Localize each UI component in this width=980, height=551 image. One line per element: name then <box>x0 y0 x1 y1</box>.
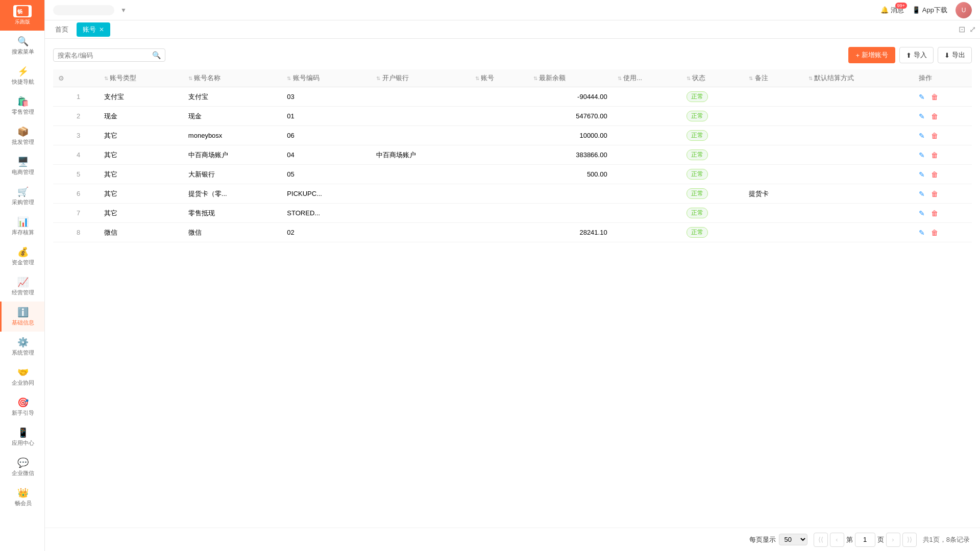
sidebar-item-零售管理[interactable]: 🛍️零售管理 <box>0 91 44 121</box>
row-balance: 500.00 <box>528 165 612 184</box>
last-page-button[interactable]: ⟩⟩ <box>902 533 917 547</box>
table-row: 8 微信 微信 02 28241.10 正常 ✎ 🗑 <box>53 223 972 242</box>
edit-button[interactable]: ✎ <box>919 93 925 101</box>
row-remark <box>744 204 803 223</box>
row-code: 04 <box>282 145 371 165</box>
header-search-input[interactable] <box>58 7 99 14</box>
tab-fullscreen-button[interactable]: ⤢ <box>969 24 976 34</box>
tab-home[interactable]: 首页 <box>49 22 75 37</box>
export-button[interactable]: ⬇ 导出 <box>938 47 972 63</box>
delete-button[interactable]: 🗑 <box>931 132 938 140</box>
delete-button[interactable]: 🗑 <box>931 151 938 159</box>
delete-button[interactable]: 🗑 <box>931 112 938 120</box>
sidebar-item-采购管理[interactable]: 🛒采购管理 <box>0 181 44 211</box>
delete-button[interactable]: 🗑 <box>931 190 938 198</box>
sidebar-icon: 🛒 <box>17 186 29 197</box>
sidebar-item-搜索菜单[interactable]: 🔍搜索菜单 <box>0 31 44 61</box>
col-bank-header: ⇅ 开户银行 <box>371 69 470 87</box>
add-account-button[interactable]: + 新增账号 <box>848 47 895 63</box>
delete-button[interactable]: 🗑 <box>931 229 938 237</box>
sort-balance-icon[interactable]: ⇅ <box>533 76 537 81</box>
page-number-input[interactable] <box>855 533 875 547</box>
tab-account-close[interactable]: ✕ <box>99 26 104 33</box>
status-badge: 正常 <box>687 188 708 199</box>
sidebar-item-电商管理[interactable]: 🖥️电商管理 <box>0 151 44 181</box>
sidebar-icon: 🤝 <box>17 367 29 378</box>
sidebar-item-新手引导[interactable]: 🎯新手引导 <box>0 392 44 422</box>
edit-button[interactable]: ✎ <box>919 209 925 217</box>
dropdown-arrow[interactable]: ▼ <box>120 7 127 14</box>
search-input[interactable] <box>58 52 152 59</box>
import-button[interactable]: ⬆ 导入 <box>899 47 934 63</box>
sort-type-icon[interactable]: ⇅ <box>104 76 108 81</box>
row-usage <box>612 165 681 184</box>
logo-icon: 畅 <box>13 5 32 17</box>
sidebar-item-label: 批发管理 <box>12 138 34 146</box>
sidebar-nav: 🔍搜索菜单⚡快捷导航🛍️零售管理📦批发管理🖥️电商管理🛒采购管理📊库存核算💰资金… <box>0 31 44 551</box>
row-action: ✎ 🗑 <box>914 126 972 145</box>
sort-code-icon[interactable]: ⇅ <box>287 76 291 81</box>
sort-name-icon[interactable]: ⇅ <box>188 76 192 81</box>
search-box[interactable]: 🔍 <box>53 48 165 62</box>
delete-button[interactable]: 🗑 <box>931 209 938 217</box>
edit-button[interactable]: ✎ <box>919 132 925 140</box>
sidebar-item-畅会员[interactable]: 👑畅会员 <box>0 482 44 512</box>
delete-button[interactable]: 🗑 <box>931 93 938 101</box>
sidebar-item-企业协同[interactable]: 🤝企业协同 <box>0 362 44 392</box>
row-index: 3 <box>71 126 99 145</box>
prev-page-button[interactable]: ‹ <box>830 533 844 547</box>
sidebar-item-企业微信[interactable]: 💬企业微信 <box>0 452 44 482</box>
row-select <box>53 107 71 126</box>
sidebar-icon: 📊 <box>17 216 29 228</box>
sidebar-item-基础信息[interactable]: ℹ️基础信息 <box>0 302 44 332</box>
sidebar-item-库存核算[interactable]: 📊库存核算 <box>0 211 44 241</box>
search-icon[interactable]: 🔍 <box>152 51 161 59</box>
page-size-select[interactable]: 50 100 200 <box>779 534 807 545</box>
edit-button[interactable]: ✎ <box>919 170 925 179</box>
edit-button[interactable]: ✎ <box>919 229 925 237</box>
row-bank <box>371 223 470 242</box>
user-avatar[interactable]: U <box>955 2 972 18</box>
row-default-settlement <box>803 107 914 126</box>
sidebar-item-label: 搜索菜单 <box>12 48 34 56</box>
sidebar-item-快捷导航[interactable]: ⚡快捷导航 <box>0 61 44 91</box>
sidebar-item-批发管理[interactable]: 📦批发管理 <box>0 121 44 151</box>
sort-usage-icon[interactable]: ⇅ <box>618 76 622 81</box>
logo-text: 乐跑版 <box>15 18 30 26</box>
sidebar-item-系统管理[interactable]: ⚙️系统管理 <box>0 332 44 362</box>
sort-bank-icon[interactable]: ⇅ <box>376 76 380 81</box>
sidebar-item-资金管理[interactable]: 💰资金管理 <box>0 241 44 271</box>
settings-icon[interactable]: ⚙ <box>58 74 64 82</box>
sidebar-icon: ⚡ <box>17 66 29 77</box>
edit-button[interactable]: ✎ <box>919 151 925 159</box>
notification-button[interactable]: 🔔 消息 99+ <box>880 6 904 15</box>
sidebar-icon: 🖥️ <box>17 156 29 167</box>
sort-remark-icon[interactable]: ⇅ <box>749 76 753 81</box>
sidebar-item-应用中心[interactable]: 📱应用中心 <box>0 422 44 452</box>
edit-button[interactable]: ✎ <box>919 190 925 198</box>
row-account <box>470 165 528 184</box>
row-remark <box>744 145 803 165</box>
sidebar-item-label: 经营管理 <box>12 289 34 296</box>
row-index: 6 <box>71 184 99 204</box>
sort-status-icon[interactable]: ⇅ <box>687 76 691 81</box>
tab-account[interactable]: 账号 ✕ <box>77 22 110 37</box>
row-code: PICKUPC... <box>282 184 371 204</box>
row-index: 4 <box>71 145 99 165</box>
header-search-box[interactable] <box>53 5 114 15</box>
row-code: 02 <box>282 223 371 242</box>
sort-account-icon[interactable]: ⇅ <box>475 76 479 81</box>
row-remark <box>744 165 803 184</box>
row-balance: -90444.00 <box>528 87 612 107</box>
edit-button[interactable]: ✎ <box>919 112 925 120</box>
row-bank <box>371 204 470 223</box>
first-page-button[interactable]: ⟨⟨ <box>814 533 828 547</box>
sidebar-item-经营管理[interactable]: 📈经营管理 <box>0 271 44 302</box>
app-download-button[interactable]: 📱 App下载 <box>912 6 947 15</box>
row-account <box>470 87 528 107</box>
tab-restore-button[interactable]: ⊡ <box>959 24 965 34</box>
delete-button[interactable]: 🗑 <box>931 170 938 179</box>
next-page-button[interactable]: › <box>886 533 900 547</box>
sort-settlement-icon[interactable]: ⇅ <box>808 76 813 81</box>
row-account <box>470 107 528 126</box>
